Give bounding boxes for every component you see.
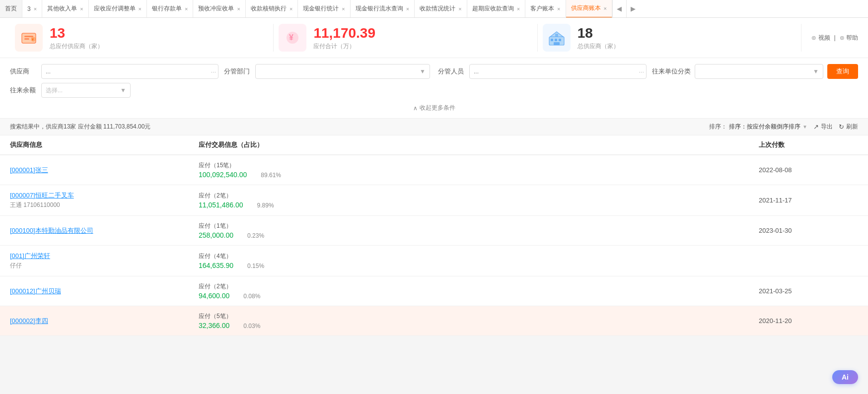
nav-tab-3-label: 3: [27, 5, 31, 12]
trans-row-2: 11,051,486.00 9.89%: [199, 201, 759, 209]
trans-amount-2: 11,051,486.00: [199, 201, 243, 209]
trans-label-2: 应付（2笔）: [199, 192, 759, 200]
close-bank-deposit[interactable]: ×: [185, 6, 188, 12]
trans-row-5: 94,600.00 0.08%: [199, 292, 759, 300]
filter-balance: 往来余额 选择... ▼: [10, 83, 858, 98]
cell-lastpay-4: [759, 252, 858, 270]
summary-payable-suppliers-text: 13 总应付供应商（家）: [50, 25, 103, 51]
nav-tab-cash-bank-stats[interactable]: 现金银行统计 ×: [298, 0, 350, 18]
refresh-button[interactable]: ↻ 刷新: [839, 123, 858, 131]
nav-tab-receipt-verify-label: 收款核销执行: [251, 4, 287, 13]
nav-tab-other-income[interactable]: 其他收入单 ×: [42, 0, 88, 18]
svg-rect-13: [555, 34, 558, 37]
close-overdue-query[interactable]: ×: [517, 6, 520, 12]
nav-tab-3-close[interactable]: ×: [34, 6, 37, 12]
svg-rect-11: [554, 42, 560, 45]
cell-supplier-5: [000012]广州贝瑞: [10, 282, 199, 300]
nav-tab-3[interactable]: 3 ×: [22, 0, 42, 18]
close-other-income[interactable]: ×: [80, 6, 83, 12]
cell-supplier-6: [000002]李四: [10, 312, 199, 329]
total-suppliers-icon: [543, 24, 571, 52]
nav-tab-ap-adjust[interactable]: 应收应付调整单 ×: [89, 0, 147, 18]
person-input[interactable]: [469, 64, 647, 79]
export-button[interactable]: ↗ 导出: [813, 123, 833, 131]
nav-tab-prepay[interactable]: 预收冲应收单 ×: [193, 0, 245, 18]
svg-rect-1: [24, 36, 33, 37]
nav-tab-cash-bank-stats-label: 现金银行统计: [303, 4, 339, 13]
table-row: [000012]广州贝瑞 应付（2笔） 94,600.00 0.08% 2021…: [0, 276, 868, 306]
balance-dropdown-icon: ▼: [120, 87, 126, 94]
close-prepay[interactable]: ×: [237, 6, 240, 12]
filter-supplier-label: 供应商: [10, 67, 37, 76]
trans-amount-5: 94,600.00: [199, 292, 229, 300]
summary-right-links: ⊙ 视频 | ⊙ 帮助: [801, 34, 858, 42]
export-icon: ↗: [813, 123, 819, 131]
supplier-link-6[interactable]: [000002]李四: [10, 317, 199, 326]
filter-dept-label: 分管部门: [224, 67, 251, 76]
filter-person-label: 分管人员: [438, 67, 465, 76]
help-link[interactable]: ⊙ 帮助: [840, 34, 858, 42]
summary-payable-amount: ¥ 11,170.39 应付合计（万）: [274, 24, 537, 52]
svg-rect-8: [551, 39, 553, 41]
supplier-link-1[interactable]: [000001]张三: [10, 166, 199, 175]
supplier-link-4[interactable]: [001]广州荣轩: [10, 252, 199, 261]
summary-payable-suppliers: ¥ 13 总应付供应商（家）: [10, 24, 274, 52]
trans-row-4: 164,635.90 0.15%: [199, 262, 759, 269]
lastpay-date-6: 2020-11-20: [759, 317, 792, 325]
close-collection-stats[interactable]: ×: [458, 6, 461, 12]
close-customer-account[interactable]: ×: [557, 6, 560, 12]
nav-tab-collection-stats-label: 收款情况统计: [420, 4, 455, 13]
close-receipt-verify[interactable]: ×: [289, 6, 292, 12]
supplier-link-5[interactable]: [000012]广州贝瑞: [10, 287, 199, 296]
category-select[interactable]: ▼: [695, 64, 823, 79]
svg-text:¥: ¥: [289, 33, 293, 42]
nav-tab-collection-stats[interactable]: 收款情况统计 ×: [415, 0, 467, 18]
nav-tab-customer-account[interactable]: 客户账本 ×: [525, 0, 566, 18]
refresh-icon: ↻: [839, 123, 844, 131]
nav-tab-receipt-verify[interactable]: 收款核销执行 ×: [246, 0, 298, 18]
nav-tab-bank-deposit[interactable]: 银行存款单 ×: [147, 0, 193, 18]
close-cash-bank-flow[interactable]: ×: [406, 6, 409, 12]
balance-select-placeholder: 选择...: [46, 86, 63, 95]
nav-tab-home[interactable]: 首页: [0, 0, 22, 18]
supplier-input[interactable]: [41, 64, 218, 79]
trans-row-1: 100,092,540.00 89.61%: [199, 171, 759, 179]
dept-select[interactable]: ▼: [255, 64, 430, 79]
trans-label-1: 应付（15笔）: [199, 161, 759, 170]
nav-tab-cash-bank-flow[interactable]: 现金银行流水查询 ×: [351, 0, 415, 18]
nav-tab-bank-deposit-label: 银行存款单: [152, 4, 182, 13]
nav-scroll-right[interactable]: ▶: [626, 0, 640, 18]
sort-value: 排序：按应付余额倒序排序: [729, 123, 800, 131]
supplier-link-2[interactable]: [000007]恒旺二手叉车: [10, 191, 199, 200]
cell-transaction-5: 应付（2笔） 94,600.00 0.08%: [199, 282, 759, 300]
lastpay-date-3: 2023-01-30: [759, 227, 792, 234]
cell-lastpay-2: 2021-11-17: [759, 191, 858, 209]
collapse-bar[interactable]: ∧ 收起更多条件: [10, 102, 858, 114]
ai-badge[interactable]: Ai: [832, 370, 858, 384]
query-button[interactable]: 查询: [827, 64, 858, 79]
nav-scroll-left[interactable]: ◀: [612, 0, 626, 18]
close-supplier-account[interactable]: ×: [604, 5, 607, 11]
table-row: [001]广州荣轩 仔仔 应付（4笔） 164,635.90 0.15%: [0, 246, 868, 276]
close-cash-bank-stats[interactable]: ×: [342, 6, 345, 12]
lastpay-date-2: 2021-11-17: [759, 197, 792, 204]
close-ap-adjust[interactable]: ×: [139, 6, 142, 12]
sort-label: 排序：: [709, 123, 727, 131]
summary-total-suppliers: 18 总供应商（家）: [538, 24, 801, 52]
video-link[interactable]: ⊙ 视频: [811, 34, 830, 42]
table-row: [000100]本特勤油品有限公司 应付（1笔） 258,000.00 0.23…: [0, 216, 868, 246]
collapse-label: 收起更多条件: [420, 104, 455, 112]
payable-suppliers-label: 总应付供应商（家）: [50, 42, 103, 51]
supplier-sub-4: 仔仔: [10, 262, 199, 270]
nav-tab-supplier-account[interactable]: 供应商账本 ×: [566, 0, 612, 18]
cell-transaction-4: 应付（4笔） 164,635.90 0.15%: [199, 252, 759, 270]
nav-tab-overdue-query[interactable]: 超期应收款查询 ×: [467, 0, 525, 18]
col-header-transaction: 应付交易信息（占比）: [199, 140, 759, 149]
balance-select[interactable]: 选择... ▼: [41, 83, 131, 98]
total-suppliers-label: 总供应商（家）: [578, 42, 619, 51]
supplier-link-3[interactable]: [000100]本特勤油品有限公司: [10, 226, 199, 235]
summary-total-suppliers-text: 18 总供应商（家）: [578, 25, 619, 51]
svg-text:¥: ¥: [32, 38, 34, 41]
sort-selector[interactable]: 排序： 排序：按应付余额倒序排序 ▼: [709, 123, 807, 131]
filter-area: 供应商 ··· 分管部门 ▼ 分管人员 ··· 往来单位分类: [0, 58, 868, 119]
